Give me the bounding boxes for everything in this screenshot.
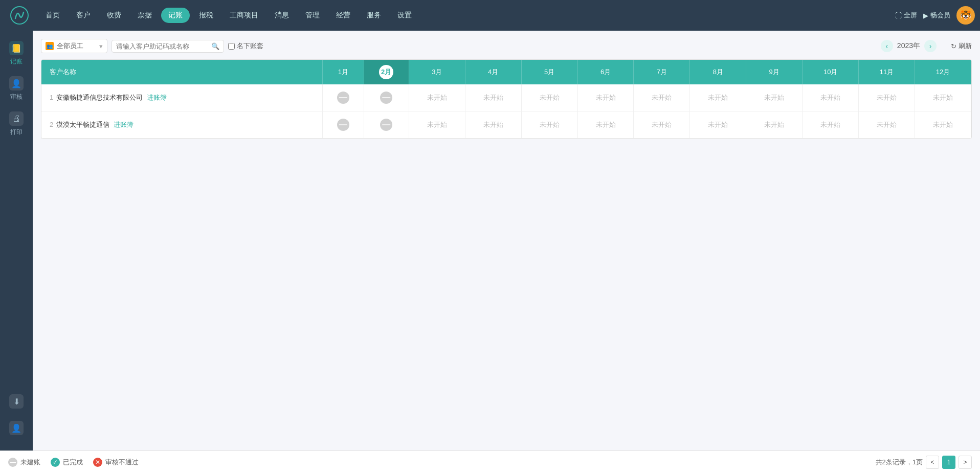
year-prev-button[interactable]: ‹: [881, 40, 893, 52]
sidebar: 📒 记账 👤 审核 🖨 打印 ⬇ 👤: [0, 31, 33, 451]
status-not-started: 未开始: [708, 121, 728, 128]
vip-button[interactable]: ▶ 畅会员: [923, 11, 950, 20]
sidebar-label-print: 打印: [10, 128, 23, 137]
search-icon[interactable]: 🔍: [211, 42, 219, 50]
refresh-icon: ↻: [951, 42, 956, 50]
legend-label-not-created: 未建账: [20, 458, 40, 467]
cell-month-1-row-1: —: [364, 111, 409, 139]
cell-month-11-row-1: 未开始: [915, 111, 971, 139]
sidebar-item-print[interactable]: 🖨 打印: [0, 106, 33, 142]
status-not-started: 未开始: [652, 94, 672, 101]
status-not-started: 未开始: [596, 121, 616, 128]
pagination-page-1[interactable]: 1: [942, 456, 955, 469]
fullscreen-icon: ⛶: [895, 12, 902, 19]
sidebar-item-bookkeeping[interactable]: 📒 记账: [0, 36, 33, 71]
cell-month-5-row-1: 未开始: [577, 111, 634, 139]
employee-select[interactable]: 👥 全部员工 ▾: [41, 39, 107, 53]
col-header-sep: 9月: [746, 60, 803, 84]
year-label: 2023年: [897, 41, 920, 51]
col-header-dec: 12月: [915, 60, 971, 84]
account-checkbox[interactable]: [228, 43, 235, 50]
cell-month-8-row-1: 未开始: [746, 111, 803, 139]
download-icon: ⬇: [9, 394, 24, 409]
cell-month-5-row-0: 未开始: [577, 84, 634, 111]
nav-item-tax[interactable]: 报税: [192, 8, 220, 23]
year-next-button[interactable]: ›: [924, 40, 937, 52]
cell-month-9-row-0: 未开始: [803, 84, 859, 111]
status-not-started: 未开始: [820, 121, 840, 128]
table-row: 2漠漠太平畅捷通信进账簿——未开始未开始未开始未开始未开始未开始未开始未开始未开…: [41, 111, 971, 139]
app-logo: [5, 6, 33, 25]
nav-item-bookkeeping[interactable]: 记账: [161, 8, 190, 23]
bookkeeping-icon: 📒: [9, 41, 24, 55]
nav-item-fee[interactable]: 收费: [100, 8, 128, 23]
cell-month-3-row-1: 未开始: [465, 111, 521, 139]
status-not-started: 未开始: [483, 121, 503, 128]
col-header-mar: 3月: [409, 60, 465, 84]
nav-item-home[interactable]: 首页: [38, 8, 67, 23]
pagination-prev[interactable]: <: [926, 456, 939, 469]
nav-right: ⛶ 全屏 ▶ 畅会员 🐯: [895, 6, 975, 25]
content-area: 👥 全部员工 ▾ 🔍 名下账套 ‹ 2023年 › ↻ 刷新: [33, 31, 980, 451]
legend-rejected: ✕ 审核不通过: [93, 458, 139, 467]
nav-item-bill[interactable]: 票据: [130, 8, 159, 23]
sidebar-item-user[interactable]: 👤: [0, 416, 33, 440]
avatar[interactable]: 🐯: [956, 6, 975, 25]
col-header-jul: 7月: [634, 60, 690, 84]
status-dash-icon: —: [380, 92, 392, 104]
enter-book-link[interactable]: 进账簿: [147, 94, 167, 101]
sidebar-item-audit[interactable]: 👤 审核: [0, 71, 33, 106]
sidebar-item-download[interactable]: ⬇: [0, 389, 33, 414]
checkbox-label: 名下账套: [237, 41, 263, 51]
status-not-started: 未开始: [596, 94, 616, 101]
nav-item-manage[interactable]: 管理: [298, 8, 327, 23]
dropdown-arrow-icon: ▾: [99, 42, 103, 50]
nav-item-operation[interactable]: 经营: [329, 8, 358, 23]
pagination-next[interactable]: >: [959, 456, 972, 469]
nav-item-message[interactable]: 消息: [268, 8, 296, 23]
cell-month-2-row-0: 未开始: [409, 84, 465, 111]
status-not-started: 未开始: [820, 94, 840, 101]
cell-month-2-row-1: 未开始: [409, 111, 465, 139]
nav-item-service[interactable]: 服务: [360, 8, 388, 23]
cell-month-3-row-0: 未开始: [465, 84, 521, 111]
legend-icon-teal: ✓: [51, 458, 60, 467]
vip-label: 畅会员: [930, 11, 950, 20]
fullscreen-label: 全屏: [904, 11, 917, 20]
col-header-apr: 4月: [465, 60, 521, 84]
status-not-started: 未开始: [933, 94, 953, 101]
col-header-jun: 6月: [577, 60, 634, 84]
cell-month-6-row-0: 未开始: [634, 84, 690, 111]
cell-month-0-row-1: —: [323, 111, 364, 139]
fullscreen-button[interactable]: ⛶ 全屏: [895, 11, 917, 20]
cell-month-0-row-0: —: [323, 84, 364, 111]
main-layout: 📒 记账 👤 审核 🖨 打印 ⬇ 👤 👥 全部员工 ▾: [0, 31, 980, 451]
col-header-jan: 1月: [323, 60, 364, 84]
refresh-button[interactable]: ↻ 刷新: [951, 41, 972, 51]
status-not-started: 未开始: [933, 121, 953, 128]
nav-item-customer[interactable]: 客户: [69, 8, 98, 23]
nav-item-business[interactable]: 工商项目: [222, 8, 265, 23]
col-header-feb: 2月: [364, 60, 409, 84]
checkbox-item-account[interactable]: 名下账套: [228, 41, 263, 51]
employee-icon: 👥: [46, 42, 54, 50]
status-not-started: 未开始: [652, 121, 672, 128]
accounts-table: 客户名称 1月 2月 3月 4月 5月 6月 7月 8月 9月 10月 11月: [41, 60, 971, 139]
legend-label-completed: 已完成: [63, 458, 83, 467]
nav-item-settings[interactable]: 设置: [390, 8, 419, 23]
pagination: 共2条记录，1页 < 1 >: [876, 456, 972, 469]
legend-icon-gray: —: [8, 458, 17, 467]
status-not-started: 未开始: [764, 94, 784, 101]
status-dash-icon: —: [337, 119, 349, 131]
enter-book-link[interactable]: 进账簿: [114, 121, 133, 128]
toolbar: 👥 全部员工 ▾ 🔍 名下账套 ‹ 2023年 › ↻ 刷新: [41, 39, 972, 53]
status-dash-icon: —: [337, 92, 349, 104]
cell-month-7-row-1: 未开始: [690, 111, 746, 139]
cell-month-4-row-0: 未开始: [521, 84, 577, 111]
cell-month-9-row-1: 未开始: [803, 111, 859, 139]
search-input[interactable]: [116, 42, 209, 50]
col-header-aug: 8月: [690, 60, 746, 84]
status-not-started: 未开始: [764, 121, 784, 128]
sidebar-bottom: ⬇ 👤: [0, 389, 33, 445]
print-icon: 🖨: [9, 111, 24, 126]
